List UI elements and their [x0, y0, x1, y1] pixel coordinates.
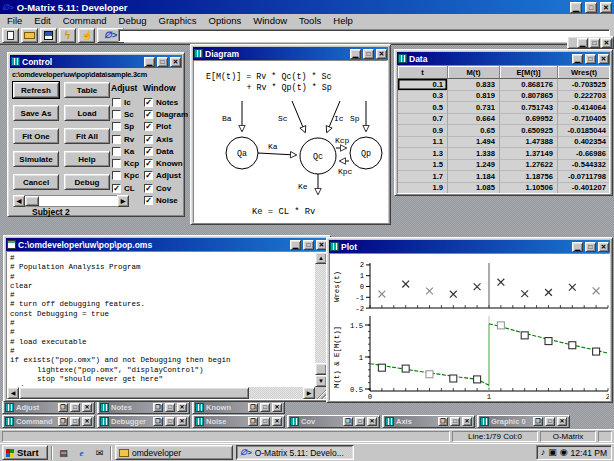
restore-button[interactable]: ❐: [58, 403, 68, 412]
minimized-titlebar[interactable]: Axis❐□✕: [384, 416, 473, 427]
minimized-titlebar[interactable]: Notes❐□✕: [99, 402, 188, 413]
data-cell[interactable]: -0.414064: [558, 102, 610, 114]
control-close-button[interactable]: ✕: [170, 57, 181, 67]
start-button[interactable]: Start: [2, 445, 48, 460]
mail-icon[interactable]: ✉: [92, 446, 107, 460]
internet-explorer-icon[interactable]: e: [74, 446, 89, 460]
data-cell[interactable]: 0.751743: [500, 102, 558, 114]
menu-file[interactable]: File: [2, 15, 27, 26]
plot-close-button[interactable]: ✕: [598, 242, 609, 252]
help-button[interactable]: Help: [64, 151, 110, 167]
restore-button[interactable]: ❐: [533, 417, 543, 426]
close-button[interactable]: ✕: [177, 403, 187, 412]
minimized-titlebar[interactable]: Command❐□✕: [4, 416, 93, 427]
data-cell[interactable]: -0.544332: [558, 160, 610, 172]
minimized-titlebar[interactable]: Graphic 0❐□✕: [479, 416, 568, 427]
minimized-titlebar[interactable]: Noise❐□✕: [194, 416, 283, 427]
editor-titlebar[interactable]: C:\omdeveloper\uw\pop\pop.oms ▁ □ ✕: [6, 238, 328, 251]
data-titlebar[interactable]: Data ▁ □ ✕: [397, 52, 610, 65]
scrollbar-thumb[interactable]: [25, 196, 39, 206]
minimized-window-graphic-0[interactable]: Graphic 0❐□✕: [477, 415, 570, 428]
data-cell[interactable]: 0.807865: [500, 91, 558, 103]
data-cell[interactable]: 1.1: [398, 137, 448, 149]
menu-edit[interactable]: Edit: [29, 15, 55, 26]
adjust-rv[interactable]: Rv: [112, 133, 139, 145]
data-cell[interactable]: 1.338: [448, 148, 500, 160]
window-known[interactable]: ✓Known: [144, 157, 188, 169]
window-adjust-checkbox[interactable]: ✓: [144, 171, 153, 180]
cancel-button[interactable]: Cancel: [13, 174, 59, 190]
window-cov[interactable]: ✓Cov: [144, 182, 188, 194]
maximize-button[interactable]: □: [70, 417, 80, 426]
save-file-button[interactable]: [40, 28, 57, 43]
adjust-kcp[interactable]: Kcp: [112, 157, 139, 169]
data-cell[interactable]: 1.5: [398, 160, 448, 172]
adjust-ka-checkbox[interactable]: [112, 147, 121, 156]
minimized-window-notes[interactable]: Notes❐□✕: [97, 401, 190, 414]
data-cell[interactable]: 0.731: [448, 102, 500, 114]
close-button[interactable]: ✕: [82, 403, 92, 412]
scroll-right-button[interactable]: ▶: [117, 195, 129, 207]
adjust-sp-checkbox[interactable]: [112, 122, 121, 131]
minimized-window-command[interactable]: Command❐□✕: [2, 415, 95, 428]
data-cell[interactable]: 1.10506: [500, 183, 558, 195]
adjust-ic[interactable]: Ic: [112, 96, 139, 108]
fragment-minimize-button[interactable]: ▁: [577, 38, 588, 48]
minimized-window-cov[interactable]: Cov❐□✕: [287, 415, 380, 428]
window-data[interactable]: ✓Data: [144, 145, 188, 157]
minimized-titlebar[interactable]: Known❐□✕: [194, 402, 283, 413]
hscroll-thumb[interactable]: [19, 387, 249, 399]
close-button[interactable]: ✕: [177, 417, 187, 426]
menu-command[interactable]: Command: [58, 15, 112, 26]
debug-button[interactable]: Debug: [64, 174, 110, 190]
restore-button[interactable]: ❐: [248, 403, 258, 412]
minimized-window-noise[interactable]: Noise❐□✕: [192, 415, 285, 428]
window-adjust[interactable]: ✓Adjust: [144, 170, 188, 182]
plot-minimize-button[interactable]: ▁: [572, 242, 583, 252]
data-cell[interactable]: 0.1: [398, 79, 448, 91]
menu-graphics[interactable]: Graphics: [154, 15, 202, 26]
table-button[interactable]: Table: [64, 82, 110, 98]
data-cell[interactable]: 0.69952: [500, 114, 558, 126]
data-cell[interactable]: 0.868176: [500, 79, 558, 91]
stop-hand-button[interactable]: ☝: [78, 28, 95, 43]
volume-icon[interactable]: ♪: [541, 448, 546, 457]
window-plot-checkbox[interactable]: ✓: [144, 122, 153, 131]
data-cell[interactable]: 0.9: [398, 125, 448, 137]
new-file-button[interactable]: [2, 28, 19, 43]
minimized-window-known[interactable]: Known❐□✕: [192, 401, 285, 414]
column-header-t[interactable]: t: [398, 66, 448, 79]
save-as-button[interactable]: Save As: [13, 105, 59, 121]
diagram-close-button[interactable]: ✕: [376, 49, 387, 59]
diagram-minimize-button[interactable]: ▁: [350, 49, 361, 59]
window-diagram-checkbox[interactable]: ✓: [144, 110, 153, 119]
editor-maximize-button[interactable]: □: [303, 240, 314, 250]
column-header-wrest[interactable]: Wres(t): [558, 66, 610, 79]
maximize-button[interactable]: □: [165, 403, 175, 412]
data-cell[interactable]: 0.819: [448, 91, 500, 103]
data-cell[interactable]: -0.710405: [558, 114, 610, 126]
refresh-button[interactable]: Refresh: [13, 82, 59, 98]
restore-button[interactable]: ❐: [343, 417, 353, 426]
menu-tools[interactable]: Tools: [294, 15, 326, 26]
data-cell[interactable]: 0.3: [398, 91, 448, 103]
restore-button[interactable]: ❐: [153, 417, 163, 426]
task-omatrix[interactable]: ∅> O-Matrix 5.11: Develo...: [236, 445, 354, 460]
window-cov-checkbox[interactable]: ✓: [144, 184, 153, 193]
data-close-button[interactable]: ✕: [598, 54, 609, 64]
plot-titlebar[interactable]: Plot ▁ □ ✕: [329, 240, 610, 253]
scroll-left-button[interactable]: ◀: [7, 387, 19, 399]
adjust-sp[interactable]: Sp: [112, 121, 139, 133]
plot-maximize-button[interactable]: □: [585, 242, 596, 252]
minimized-titlebar[interactable]: Cov❐□✕: [289, 416, 378, 427]
close-button[interactable]: ✕: [367, 417, 377, 426]
app-close-button[interactable]: ✕: [600, 2, 612, 13]
adjust-ic-checkbox[interactable]: [112, 98, 121, 107]
adjust-ka[interactable]: Ka: [112, 145, 139, 157]
adjust-kcp-checkbox[interactable]: [112, 159, 121, 168]
data-cell[interactable]: 1.494: [448, 137, 500, 149]
adjust-kpc[interactable]: Kpc: [112, 170, 139, 182]
data-cell[interactable]: 1.9: [398, 183, 448, 195]
restore-button[interactable]: ❐: [58, 417, 68, 426]
app-minimize-button[interactable]: ▁: [570, 2, 582, 13]
